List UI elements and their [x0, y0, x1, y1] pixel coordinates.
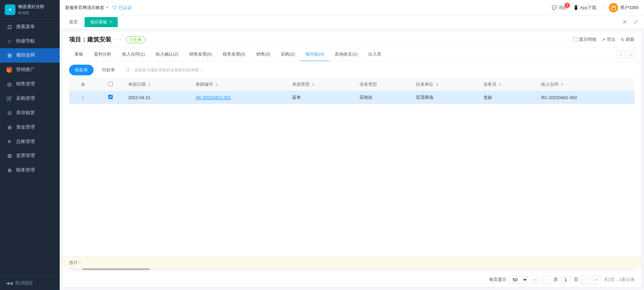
workspace-selector[interactable]: 新服务官网演示账套 ▾: [65, 5, 108, 11]
th-biz-type: 业务类型: [356, 78, 412, 91]
project-title: 项目：建筑安装: [69, 35, 111, 44]
sort-partner-icon[interactable]: ⇅: [436, 83, 438, 86]
inner-tab-receipt[interactable]: 收款单: [69, 65, 94, 75]
subtab-sales[interactable]: 销售(0): [251, 48, 276, 61]
table-area: ⚙ 单据日期 ⇅ 单据编号 ⇅: [62, 78, 641, 257]
th-salesperson: 业务员 ⇅: [479, 78, 537, 91]
refresh-button[interactable]: ↻ 刷新: [621, 37, 635, 43]
sidebar-item-label: 搜索菜单: [16, 24, 35, 30]
show-detail-checkbox[interactable]: [573, 37, 578, 42]
tax-icon: ⊗: [6, 167, 13, 173]
marketing-icon: 🎁: [6, 67, 13, 73]
sidebar-item-search[interactable]: ⊡ 搜索菜单: [0, 20, 60, 34]
sort-date-icon[interactable]: ⇅: [148, 83, 151, 86]
sidebar-item-label: 发票管理: [16, 153, 35, 159]
sidebar-item-label: 采购管理: [16, 95, 35, 101]
inner-tab-note: 注：这里是与项目关联的全部收付款单哦～: [126, 67, 203, 73]
tab-home[interactable]: 首页: [64, 17, 83, 27]
show-detail-toggle[interactable]: 显示明细: [573, 37, 596, 43]
subtab-purchase[interactable]: 采购(2): [275, 48, 300, 61]
contract-icon: ⊞: [6, 52, 13, 59]
subtab-receipts[interactable]: 收付款(4): [300, 48, 329, 61]
td-salesperson: 龙妹: [479, 91, 537, 104]
tab-project-board[interactable]: 项目看板 ✕: [85, 17, 118, 27]
app-download-button[interactable]: 📱 App下载: [573, 5, 596, 11]
row-checkbox[interactable]: [108, 95, 113, 99]
close-window-button[interactable]: ✕: [621, 18, 629, 26]
th-income-contract: 收入合同 ⇅: [537, 78, 635, 91]
export-icon: ↗: [602, 37, 605, 42]
app-logo-icon: ✦: [5, 4, 15, 15]
next-page-button[interactable]: ›: [581, 275, 590, 284]
app-name-block: 畅捷通好业财 标准版: [18, 4, 44, 15]
subtab-sales-invoice[interactable]: 销售发票(0): [184, 48, 217, 61]
horizontal-scrollbar[interactable]: [69, 268, 635, 270]
phone-icon: 📱: [573, 5, 579, 10]
refresh-label: 刷新: [626, 37, 635, 43]
sidebar-item-sales[interactable]: ◎ 销售管理: [0, 77, 60, 91]
subtab-prev-button[interactable]: ‹: [617, 51, 625, 59]
user-menu[interactable]: 🐷 用户3355: [609, 3, 639, 12]
project-more-button[interactable]: ···: [115, 37, 122, 43]
inner-tab-payment[interactable]: 付款单: [96, 65, 121, 75]
td-index: 1: [69, 91, 97, 104]
certified-badge: 🛡 已认证: [112, 5, 132, 11]
sidebar: ✦ 畅捷通好业财 标准版 ⊡ 搜索菜单 ⌂ 快捷导航 ⊞ 项目合同 🎁 营销推广…: [0, 0, 60, 290]
sidebar-item-capital[interactable]: ⊛ 资金管理: [0, 120, 60, 135]
messages-button[interactable]: 💬 消息 1: [552, 5, 567, 11]
sort-salesperson-icon[interactable]: ⇅: [499, 83, 501, 86]
sidebar-item-label: 库存核算: [16, 110, 35, 116]
select-all-checkbox[interactable]: [108, 82, 113, 86]
subtab-income-confirm[interactable]: 收入确认(2): [150, 48, 184, 61]
export-button[interactable]: ↗ 导出: [602, 37, 615, 43]
tab-close-icon[interactable]: ✕: [109, 20, 112, 24]
sidebar-scroll: ⊡ 搜索菜单 ⌂ 快捷导航 ⊞ 项目合同 🎁 营销推广 ◎ 销售管理 🛒 采购管…: [0, 20, 60, 276]
sidebar-item-contract[interactable]: ⊞ 项目合同: [0, 48, 60, 63]
main-area: 新服务官网演示账套 ▾ 🛡 已认证 💬 消息 1 📱 App下载 🐷 用户335…: [60, 0, 644, 290]
page-end: 页: [574, 277, 578, 283]
subtab-other-expense[interactable]: 其他收支(1): [329, 48, 363, 61]
sort-contract-icon[interactable]: ⇅: [561, 83, 564, 86]
sidebar-item-marketing[interactable]: 🎁 营销推广: [0, 63, 60, 77]
app-edition: 标准版: [18, 10, 44, 15]
receipt-number-link[interactable]: SK-20220421-001: [196, 95, 231, 100]
maximize-window-button[interactable]: ⤢: [632, 18, 640, 26]
sort-type-icon[interactable]: ⇅: [312, 83, 314, 86]
avatar: 🐷: [609, 3, 618, 12]
sidebar-item-quicknav[interactable]: ⌂ 快捷导航: [0, 34, 60, 48]
tab-home-label: 首页: [69, 19, 78, 25]
page-number-input[interactable]: [560, 276, 571, 283]
topbar: 新服务官网演示账套 ▾ 🛡 已认证 💬 消息 1 📱 App下载 🐷 用户335…: [60, 0, 644, 15]
purchase-icon: 🛒: [6, 95, 13, 102]
column-settings-icon[interactable]: ⚙: [81, 82, 85, 87]
export-label: 导出: [607, 37, 615, 43]
inventory-icon: ⊙: [6, 110, 13, 116]
subtab-next-button[interactable]: ›: [627, 51, 635, 59]
subtab-kanban[interactable]: 看板: [69, 48, 89, 61]
subtab-profit[interactable]: 盈利分析: [89, 48, 117, 61]
unpin-icon: ◀◀: [6, 281, 13, 286]
first-page-button[interactable]: ⏮: [531, 275, 539, 284]
sidebar-item-invoice[interactable]: ⊞ 发票管理: [0, 149, 60, 163]
home-icon: ⌂: [6, 38, 13, 44]
project-name: 建筑安装: [87, 36, 111, 43]
sidebar-item-inventory[interactable]: ⊙ 库存核算: [0, 106, 60, 120]
content-panel: 项目：建筑安装 ··· 已生效 显示明细 ↗ 导出 ↻ 刷新: [62, 31, 641, 287]
sidebar-item-label: 营销推广: [16, 67, 35, 73]
subtab-income-contract[interactable]: 收入合同(1): [117, 48, 150, 61]
page-size-select[interactable]: 50 20 100: [509, 276, 528, 284]
prev-page-button[interactable]: ‹: [542, 275, 551, 284]
sidebar-item-ledger[interactable]: ≡ 总账管理: [0, 135, 60, 149]
th-settings: ⚙: [69, 78, 97, 91]
sort-number-icon[interactable]: ⇅: [215, 83, 218, 86]
last-page-button[interactable]: ⏭: [592, 275, 601, 284]
search-menu-icon: ⊡: [6, 24, 13, 30]
subtab-inout[interactable]: 出入库: [363, 48, 387, 61]
unpin-label: 取消固定: [15, 280, 33, 286]
sidebar-item-purchase[interactable]: 🛒 采购管理: [0, 91, 60, 106]
subtab-tax-invoice[interactable]: 税务发票(0): [217, 48, 251, 61]
sidebar-item-label: 总账管理: [16, 139, 35, 145]
sidebar-item-tax[interactable]: ⊗ 税务管理: [0, 163, 60, 177]
receipts-table: ⚙ 单据日期 ⇅ 单据编号 ⇅: [69, 78, 635, 104]
sidebar-unpin[interactable]: ◀◀ 取消固定: [0, 276, 60, 290]
